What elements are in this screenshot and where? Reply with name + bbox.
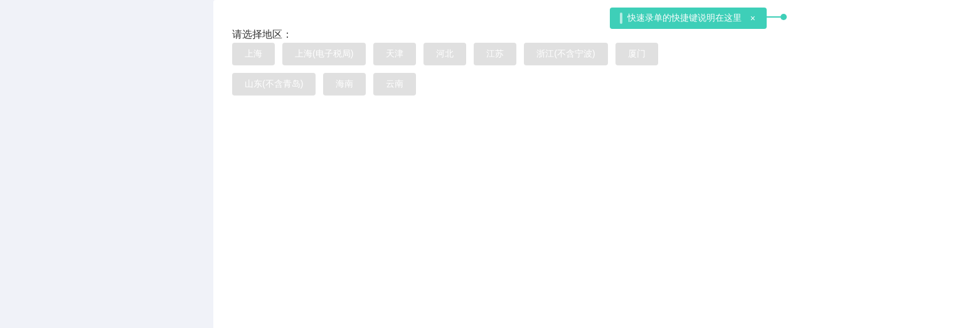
tooltip-connector-line	[767, 16, 780, 18]
main-content: 请选择地区： 上海 上海(电子税局) 天津 河北 江苏 浙江(不含宁波) 厦门 …	[213, 0, 980, 328]
region-btn-zhejiang[interactable]: 浙江(不含宁波)	[524, 43, 607, 65]
tooltip-text: 快速录单的快捷键说明在这里	[627, 13, 742, 24]
region-btn-xiamen[interactable]: 厦门	[615, 43, 658, 65]
region-btn-shanghai[interactable]: 上海	[232, 43, 275, 65]
region-btn-shanghai-etax[interactable]: 上海(电子税局)	[282, 43, 366, 65]
region-btn-jiangsu[interactable]: 江苏	[474, 43, 516, 65]
region-btn-shandong[interactable]: 山东(不含青岛)	[232, 73, 316, 96]
region-buttons-row1: 上海 上海(电子税局) 天津 河北 江苏 浙江(不含宁波) 厦门	[232, 43, 658, 65]
region-label: 请选择地区：	[232, 28, 292, 41]
tooltip-connector-dot	[780, 14, 787, 20]
region-btn-hebei[interactable]: 河北	[423, 43, 466, 65]
region-btn-yunnan[interactable]: 云南	[373, 73, 416, 96]
region-btn-hainan[interactable]: 海南	[323, 73, 366, 96]
tooltip-accent-bar	[620, 13, 622, 24]
tooltip-banner: 快速录单的快捷键说明在这里 ×	[610, 8, 767, 29]
region-btn-tianjin[interactable]: 天津	[373, 43, 416, 65]
region-buttons-row2: 山东(不含青岛) 海南 云南	[232, 73, 416, 96]
tooltip-close-button[interactable]: ×	[749, 13, 757, 23]
left-sidebar	[0, 0, 213, 328]
